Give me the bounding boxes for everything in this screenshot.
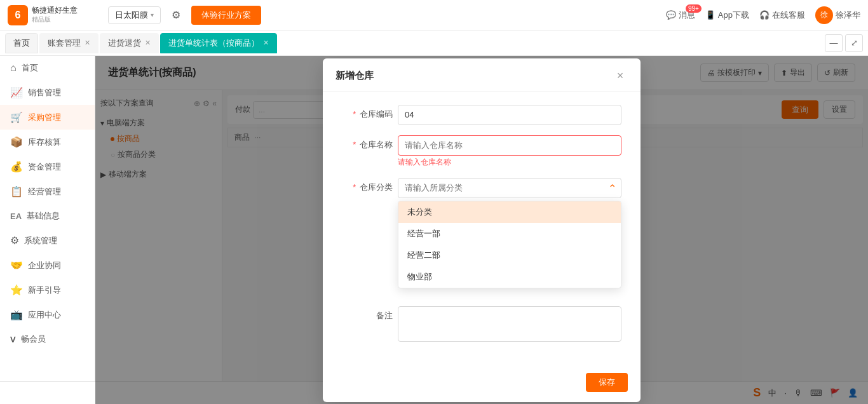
category-dropdown: 未分类 经营一部 经营二部 物业部	[398, 201, 621, 288]
apps-icon: 📺	[10, 309, 23, 321]
sidebar-sales-label: 销售管理	[28, 87, 61, 98]
store-arrow-icon: ▾	[151, 11, 154, 18]
sidebar-basic-info-label: 基础信息	[27, 210, 60, 222]
message-item[interactable]: 💬 消息 99+	[666, 10, 695, 21]
tab-purchase-stats[interactable]: 进货单统计表（按商品） ✕	[160, 33, 277, 53]
purchase-icon: 🛒	[10, 111, 23, 123]
sidebar-item-inventory[interactable]: 📦 库存核算	[0, 130, 95, 154]
online-service-item[interactable]: 🎧 在线客服	[759, 10, 805, 21]
message-badge: 99+	[686, 4, 702, 13]
sidebar-item-operations[interactable]: 📋 经营管理	[0, 179, 95, 204]
tab-purchase-return-close-icon[interactable]: ✕	[145, 39, 151, 47]
name-field: 请输入仓库名称	[398, 135, 621, 168]
category-label: * 仓库分类	[342, 178, 393, 193]
sidebar-system-label: 系统管理	[24, 235, 57, 246]
code-label: * 仓库编码	[342, 105, 393, 120]
chevron-up-icon[interactable]: ⌃	[608, 182, 616, 194]
sidebar-item-apps[interactable]: 📺 应用中心	[0, 302, 95, 327]
app-download-item[interactable]: 📱 App下载	[705, 10, 749, 21]
tab-purchase-return[interactable]: 进货退货 ✕	[100, 33, 159, 53]
sidebar-item-guide[interactable]: ⭐ 新手引导	[0, 278, 95, 302]
modal-overlay: 新增仓库 × * 仓库编码	[95, 56, 868, 404]
main-layout: ⌂ 首页 📈 销售管理 🛒 采购管理 📦 库存核算 💰 资金管理 📋 经营管理 …	[0, 56, 868, 404]
tab-controls: — ⤢	[825, 34, 863, 52]
logo-icon: 6	[8, 5, 28, 25]
modal-close-button[interactable]: ×	[613, 69, 628, 84]
sidebar-item-sales[interactable]: 📈 销售管理	[0, 80, 95, 105]
tab-minimize-button[interactable]: —	[825, 34, 843, 52]
tab-purchase-stats-close-icon[interactable]: ✕	[263, 39, 269, 47]
user-name: 徐泽华	[836, 10, 860, 21]
sales-icon: 📈	[10, 86, 23, 98]
sidebar-item-basic-info[interactable]: EA 基础信息	[0, 204, 95, 228]
modal-title: 新增仓库	[336, 70, 374, 82]
sidebar-inventory-label: 库存核算	[28, 137, 61, 148]
settings-icon[interactable]: ⚙	[166, 5, 186, 25]
collab-icon: 🤝	[10, 259, 23, 271]
tab-maximize-button[interactable]: ⤢	[845, 34, 863, 52]
name-label: * 仓库名称	[342, 135, 393, 151]
header-right: 💬 消息 99+ 📱 App下载 🎧 在线客服 徐 徐泽华	[666, 6, 860, 24]
sidebar-item-collab[interactable]: 🤝 企业协同	[0, 253, 95, 278]
name-input[interactable]	[398, 135, 621, 156]
note-textarea[interactable]	[398, 306, 621, 342]
tab-home-label: 首页	[13, 37, 30, 49]
inventory-icon: 📦	[10, 136, 23, 148]
sidebar-vip-label: 畅会员	[21, 333, 46, 345]
trial-button[interactable]: 体验行业方案	[191, 6, 261, 25]
service-label: 在线客服	[772, 10, 805, 21]
name-row: * 仓库名称 请输入仓库名称	[342, 135, 621, 168]
tab-bar: 首页 账套管理 ✕ 进货退货 ✕ 进货单统计表（按商品） ✕ — ⤢	[0, 30, 868, 56]
headset-icon: 🎧	[759, 10, 770, 20]
guide-icon: ⭐	[10, 284, 23, 296]
sidebar-purchase-label: 采购管理	[28, 112, 61, 123]
code-input[interactable]	[398, 105, 621, 125]
dropdown-item-2[interactable]: 经营二部	[398, 245, 621, 266]
note-field	[398, 306, 621, 344]
app-icon: 📱	[705, 10, 715, 20]
home-icon: ⌂	[10, 62, 17, 74]
sidebar-item-vip[interactable]: V 畅会员	[0, 327, 95, 351]
sidebar-guide-label: 新手引导	[28, 285, 61, 296]
sidebar-item-home[interactable]: ⌂ 首页	[0, 56, 95, 80]
logo-area: 6 畅捷通好生意 精品版	[8, 5, 103, 25]
tab-accounts-label: 账套管理	[48, 37, 81, 49]
dropdown-item-1[interactable]: 经营一部	[398, 223, 621, 245]
sidebar-item-purchase[interactable]: 🛒 采购管理	[0, 105, 95, 130]
tab-accounts-close-icon[interactable]: ✕	[85, 39, 90, 47]
sidebar-home-label: 首页	[22, 62, 38, 74]
top-header: 6 畅捷通好生意 精品版 日太阳膜 ▾ ⚙ 体验行业方案 💬 消息 99+ 📱 …	[0, 0, 868, 30]
sidebar-collab-label: 企业协同	[28, 260, 61, 271]
logo-line1: 畅捷通好生意	[32, 6, 78, 16]
category-input[interactable]	[398, 178, 621, 198]
dropdown-item-0[interactable]: 未分类	[398, 201, 621, 223]
store-name: 日太阳膜	[115, 10, 148, 21]
name-error-message: 请输入仓库名称	[398, 157, 621, 168]
category-row: * 仓库分类 ⌃ 未分类 经营一部 经	[342, 178, 621, 198]
sidebar: ⌂ 首页 📈 销售管理 🛒 采购管理 📦 库存核算 💰 资金管理 📋 经营管理 …	[0, 56, 95, 404]
note-label: 备注	[342, 306, 393, 321]
sidebar-finance-label: 资金管理	[28, 161, 61, 173]
tab-accounts[interactable]: 账套管理 ✕	[39, 33, 98, 53]
modal-body: * 仓库编码 * 仓库名称	[323, 92, 641, 367]
basic-info-icon: EA	[10, 212, 22, 221]
modal-new-warehouse: 新增仓库 × * 仓库编码	[323, 58, 641, 402]
sidebar-item-system[interactable]: ⚙ 系统管理	[0, 228, 95, 253]
tab-purchase-return-label: 进货退货	[108, 37, 141, 49]
note-row: 备注	[342, 306, 621, 344]
sidebar-apps-label: 应用中心	[28, 309, 61, 321]
content-area: 进货单统计(按商品) 🖨 按模板打印 ▾ ⬆ 导出 ↺ 刷新	[95, 56, 868, 404]
user-item[interactable]: 徐 徐泽华	[815, 6, 860, 24]
store-selector[interactable]: 日太阳膜 ▾	[108, 6, 161, 24]
dropdown-item-3[interactable]: 物业部	[398, 266, 621, 288]
sidebar-item-finance[interactable]: 💰 资金管理	[0, 154, 95, 179]
avatar: 徐	[815, 6, 833, 24]
modal-footer: 保存	[323, 367, 641, 402]
tab-purchase-stats-label: 进货单统计表（按商品）	[168, 37, 259, 49]
category-field: ⌃ 未分类 经营一部 经营二部 物业部	[398, 178, 621, 198]
code-row: * 仓库编码	[342, 105, 621, 125]
code-field	[398, 105, 621, 125]
save-button[interactable]: 保存	[586, 373, 628, 392]
tab-home[interactable]: 首页	[5, 33, 38, 53]
operations-icon: 📋	[10, 185, 23, 198]
